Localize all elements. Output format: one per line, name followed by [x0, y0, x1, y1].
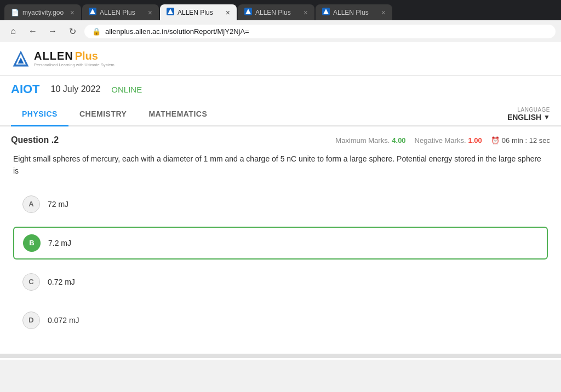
question-text: Eight small spheres of mercury, each wit… — [11, 153, 550, 177]
language-label: LANGUAGE — [517, 107, 550, 113]
address-bar[interactable]: 🔒 allenplus.allen.ac.in/solutionReport/M… — [84, 25, 556, 38]
language-value[interactable]: ENGLISH ▼ — [507, 113, 550, 122]
logo-text-block: ALLEN Plus Personalised Learning with Ul… — [34, 50, 115, 67]
back-button[interactable]: ← — [25, 24, 41, 39]
question-header: Question .2 Maximum Marks. 4.00 Negative… — [11, 135, 550, 145]
logo-plus-text: Plus — [75, 50, 98, 62]
page-content: ALLEN Plus Personalised Learning with Ul… — [0, 42, 561, 360]
browser-tab-tab1[interactable]: 📄myactivity.goo× — [4, 4, 81, 20]
tab-favicon: 📄 — [11, 9, 19, 16]
tab-label: ALLEN Plus — [178, 9, 222, 16]
tab-label: ALLEN Plus — [100, 9, 145, 16]
test-date: 10 July 2022 — [51, 84, 101, 94]
tab-close-button[interactable]: × — [381, 8, 386, 17]
url-text: allenplus.allen.ac.in/solutionReport/MjY… — [105, 27, 249, 36]
option-text-d: 0.072 mJ — [48, 316, 79, 325]
tab-favicon — [322, 8, 330, 17]
browser-tab-tab3[interactable]: ALLEN Plus× — [160, 4, 237, 20]
neg-marks-item: Negative Marks. 1.00 — [415, 136, 482, 145]
subject-tab-physics[interactable]: PHYSICS — [11, 103, 68, 126]
subject-tabs: PHYSICSCHEMISTRYMATHEMATICS LANGUAGE ENG… — [0, 103, 561, 126]
subject-tab-mathematics[interactable]: MATHEMATICS — [138, 103, 218, 126]
option-badge-a: A — [22, 195, 40, 213]
browser-chrome: 📄myactivity.goo×ALLEN Plus×ALLEN Plus×AL… — [0, 0, 561, 42]
question-number: Question .2 — [11, 135, 59, 145]
neg-marks-value: 1.00 — [468, 136, 482, 145]
browser-tab-tab2[interactable]: ALLEN Plus× — [82, 4, 159, 20]
clock-icon: ⏰ — [491, 136, 500, 145]
allen-logo: ALLEN Plus Personalised Learning with Ul… — [11, 49, 550, 68]
tab-favicon — [89, 8, 96, 17]
home-button[interactable]: ⌂ — [5, 24, 21, 39]
max-marks-label: Maximum Marks. — [335, 136, 390, 145]
tab-close-button[interactable]: × — [70, 8, 75, 17]
option-text-c: 0.72 mJ — [48, 278, 75, 286]
tab-label: myactivity.goo — [22, 9, 67, 16]
tab-bar: 📄myactivity.goo×ALLEN Plus×ALLEN Plus×AL… — [0, 0, 561, 20]
browser-tab-tab5[interactable]: ALLEN Plus× — [316, 4, 392, 20]
option-c[interactable]: C0.72 mJ — [13, 266, 548, 298]
allen-logo-icon — [11, 49, 31, 68]
subject-tab-chemistry[interactable]: CHEMISTRY — [68, 103, 138, 126]
options-list: A72 mJB7.2 mJC0.72 mJD0.072 mJ — [11, 188, 550, 336]
neg-marks-label: Negative Marks. — [415, 136, 466, 145]
forward-button[interactable]: → — [45, 24, 60, 39]
max-marks-item: Maximum Marks. 4.00 — [335, 136, 405, 145]
address-bar-row: ⌂ ← → ↻ 🔒 allenplus.allen.ac.in/solution… — [0, 20, 561, 42]
question-section: Question .2 Maximum Marks. 4.00 Negative… — [0, 126, 561, 345]
test-name: AIOT — [11, 82, 40, 96]
option-badge-d: D — [22, 312, 40, 329]
chevron-down-icon: ▼ — [543, 113, 550, 121]
option-d[interactable]: D0.072 mJ — [13, 304, 548, 336]
option-a[interactable]: A72 mJ — [13, 188, 548, 220]
option-badge-b: B — [23, 234, 41, 252]
refresh-button[interactable]: ↻ — [65, 24, 80, 39]
tab-label: ALLEN Plus — [333, 9, 378, 16]
logo-tagline: Personalised Learning with Ultimate Syst… — [34, 62, 115, 67]
option-text-b: 7.2 mJ — [48, 239, 71, 247]
lock-icon: 🔒 — [92, 27, 101, 36]
tab-close-button[interactable]: × — [148, 8, 152, 17]
logo-allen-text: ALLEN — [34, 50, 73, 62]
test-mode: ONLINE — [111, 85, 142, 94]
tab-close-button[interactable]: × — [226, 8, 230, 17]
option-badge-c: C — [22, 273, 40, 291]
timer-value: 06 min : 12 sec — [502, 136, 550, 145]
page-header: ALLEN Plus Personalised Learning with Ul… — [0, 42, 561, 76]
option-text-a: 72 mJ — [48, 200, 68, 209]
question-meta: Maximum Marks. 4.00 Negative Marks. 1.00… — [335, 136, 550, 145]
option-b[interactable]: B7.2 mJ — [13, 227, 548, 260]
browser-tab-tab4[interactable]: ALLEN Plus× — [238, 4, 314, 20]
tab-favicon — [167, 8, 174, 17]
tab-close-button[interactable]: × — [304, 8, 308, 17]
tab-label: ALLEN Plus — [255, 9, 300, 16]
test-info-bar: AIOT 10 July 2022 ONLINE — [0, 76, 561, 103]
bottom-scrollbar[interactable] — [0, 354, 561, 358]
max-marks-value: 4.00 — [392, 136, 405, 145]
timer: ⏰ 06 min : 12 sec — [491, 136, 550, 145]
language-selector[interactable]: LANGUAGE ENGLISH ▼ — [507, 107, 550, 122]
tab-favicon — [244, 8, 252, 17]
